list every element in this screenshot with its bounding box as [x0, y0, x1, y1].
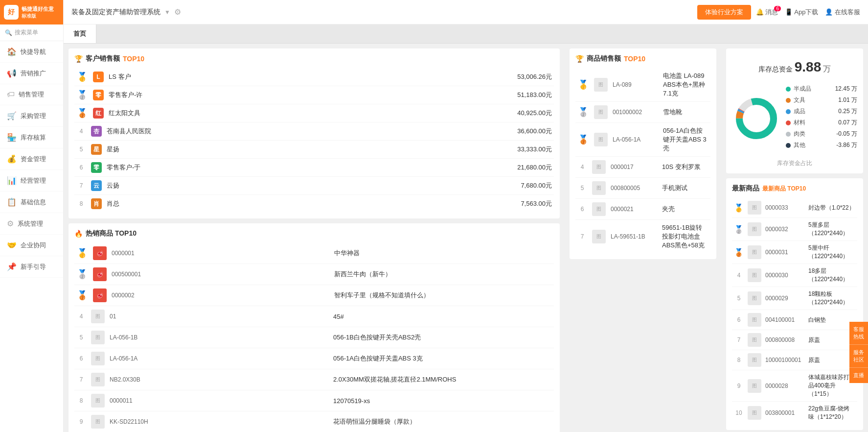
- customer-name: LS 客户: [109, 72, 512, 81]
- legend-list: 半成品 12.45 万 文具 1.01 万 成品 0.25 万 材料 0.07 …: [786, 85, 857, 152]
- legend-item: 半成品 12.45 万: [786, 85, 857, 93]
- customer-row: 7 云 云扬 7,680.00元: [74, 177, 554, 195]
- product-code: LA-089: [613, 81, 658, 88]
- medal-icon: 🥇: [76, 248, 88, 259]
- sidebar-item-sales[interactable]: 🏷 销售管理: [0, 84, 63, 105]
- customer-name: 红太阳文具: [109, 109, 512, 118]
- sales-item-row: 5 图 000800005 手机测试: [575, 178, 710, 199]
- topbar: 装备及固定资产辅助管理系统 ▼ ⚙ 体验行业方案 🔔 消息 6 📱 App下载 …: [64, 0, 868, 24]
- sidebar-item-system[interactable]: ⚙ 系统管理: [0, 213, 63, 235]
- notifications-btn[interactable]: 🔔 消息 6: [756, 8, 778, 17]
- hot-product-row: 4 图 01 45#: [74, 306, 554, 327]
- medal-icon: 🥈: [76, 269, 88, 280]
- product-img: 图: [594, 133, 608, 146]
- customer-amount: 40,925.00元: [517, 109, 552, 118]
- product-img: 图: [748, 245, 761, 259]
- product-code: 0000011: [110, 397, 328, 404]
- inventory-footer: 库存资金占比: [732, 159, 857, 168]
- settings-icon[interactable]: ⚙: [174, 7, 181, 17]
- sidebar-item-collab[interactable]: 🤝 企业协同: [0, 235, 63, 256]
- purchase-icon: 🛒: [7, 111, 17, 120]
- product-name: 白钢垫: [808, 316, 855, 324]
- customer-name: 星扬: [107, 145, 512, 154]
- product-name: 056-1B白色按键开关壳ABS2壳: [333, 333, 552, 342]
- legend-item: 文具 1.01 万: [786, 96, 857, 104]
- legend-item: 材料 0.07 万: [786, 119, 857, 127]
- product-name: 夹壳: [662, 205, 708, 214]
- product-code: 10000100001: [765, 357, 804, 363]
- product-name: 原盖: [808, 356, 855, 364]
- product-name: 5厘中纤（1220*2440）: [808, 244, 855, 261]
- product-name: 2.0X30MM双搓花轴,搓花直径2.1MM/ROHS: [333, 375, 552, 384]
- legend-color: [786, 120, 791, 125]
- trial-btn[interactable]: 体验行业方案: [697, 5, 751, 20]
- product-img: 图: [748, 268, 761, 282]
- legend-item: 成品 0.25 万: [786, 107, 857, 116]
- customer-name: 肖总: [107, 199, 516, 208]
- app-download-btn[interactable]: 📱 App下载: [785, 8, 818, 17]
- legend-color: [786, 109, 791, 114]
- product-name: 5厘多层（1220*2440）: [808, 221, 855, 238]
- sidebar-item-newbie[interactable]: 📌 新手引导: [0, 256, 63, 278]
- product-img: 图: [91, 352, 105, 365]
- product-img: 图: [748, 201, 761, 215]
- inventory-icon: 🏪: [7, 133, 17, 142]
- rank-number: 4: [734, 272, 744, 279]
- topbar-actions: 🔔 消息 6 📱 App下载 👤 在线客服: [756, 8, 860, 17]
- left-panel: 🏆 客户销售额 TOP10 🥇 L LS 客户 53,006.26元 🥈 零 零…: [64, 44, 565, 432]
- sidebar-item-operations[interactable]: 📊 经营管理: [0, 170, 63, 192]
- product-img: 图: [91, 394, 105, 408]
- product-name: 18多层（1220*2440）: [808, 267, 855, 284]
- medal-icon: 🥈: [76, 90, 88, 100]
- sales-item-row: 🥇 图 LA-089 电池盖 LA-089 ABS本色+黑种 7.1克: [575, 68, 710, 102]
- dropdown-arrow[interactable]: ▼: [164, 9, 170, 16]
- customer-amount: 21,680.00元: [517, 163, 552, 172]
- legend-item: 肉类 -0.05 万: [786, 130, 857, 138]
- legend-name: 半成品: [794, 85, 832, 93]
- sidebar-item-marketing[interactable]: 📢 营销推广: [0, 63, 63, 84]
- medal-icon: 🥈: [577, 107, 589, 118]
- legend-value: 0.25 万: [838, 107, 857, 116]
- sidebar-item-purchase[interactable]: 🛒 采购管理: [0, 105, 63, 127]
- float-live-btn[interactable]: 直播: [849, 368, 868, 383]
- legend-name: 肉类: [794, 130, 833, 138]
- customer-row: 🥇 L LS 客户 53,006.26元: [74, 68, 554, 86]
- sidebar-item-basicinfo[interactable]: 📋 基础信息: [0, 192, 63, 213]
- search-icon: 🔍: [5, 29, 12, 36]
- inventory-total: 库存总资金 9.88 万: [732, 54, 857, 80]
- customer-row: 🥈 零 零售客户-许 51,183.00元: [74, 86, 554, 104]
- product-code: 0000001: [112, 250, 329, 257]
- search-menu[interactable]: 🔍 搜索菜单: [0, 24, 63, 41]
- product-img: 图: [592, 160, 606, 174]
- sidebar-item-quicknav[interactable]: 🏠 快捷导航: [0, 41, 63, 63]
- rank-number: 7: [76, 376, 86, 383]
- sidebar-item-inventory[interactable]: 🏪 库存核算: [0, 127, 63, 148]
- product-code: 0000029: [765, 295, 804, 302]
- product-name: 056-1A白色按键开关盖ABS 3克: [333, 354, 552, 363]
- rank-number: 8: [76, 397, 86, 404]
- sidebar-item-finance[interactable]: 💰 资金管理: [0, 148, 63, 170]
- product-name: 18颗粒板（1220*2440）: [808, 290, 855, 307]
- product-code: NB2.0X30B: [110, 376, 328, 383]
- product-code: LA-056-1A: [110, 355, 328, 362]
- product-code: 0000031: [765, 249, 804, 256]
- product-img: 图: [91, 373, 105, 386]
- collab-icon: 🤝: [7, 240, 17, 250]
- customer-amount: 53,006.26元: [517, 72, 552, 81]
- bell-icon: 🔔: [756, 8, 764, 16]
- medal-icon: 🥉: [76, 290, 88, 301]
- service-icon: 👤: [825, 8, 833, 16]
- hot-product-row: 8 图 0000011 12070519-xs: [74, 390, 554, 411]
- rank-number: 8: [734, 357, 744, 363]
- float-service-btn[interactable]: 客服热线: [849, 322, 868, 345]
- new-product-row: 🥈 图 0000032 5厘多层（1220*2440）: [732, 218, 857, 241]
- customer-name: 云扬: [107, 181, 516, 190]
- online-service-btn[interactable]: 👤 在线客服: [825, 8, 860, 17]
- tab-home[interactable]: 首页: [64, 24, 96, 43]
- donut-chart: [732, 94, 781, 143]
- rank-number: 10: [734, 409, 744, 416]
- new-products-list: 🥇 图 0000033 封边带（1.0*22） 🥈 图 0000032 5厘多层…: [732, 198, 857, 424]
- product-img: 图: [91, 415, 105, 429]
- product-name: 新西兰牛肉（新牛）: [334, 270, 552, 279]
- float-community-btn[interactable]: 服务社区: [849, 345, 868, 368]
